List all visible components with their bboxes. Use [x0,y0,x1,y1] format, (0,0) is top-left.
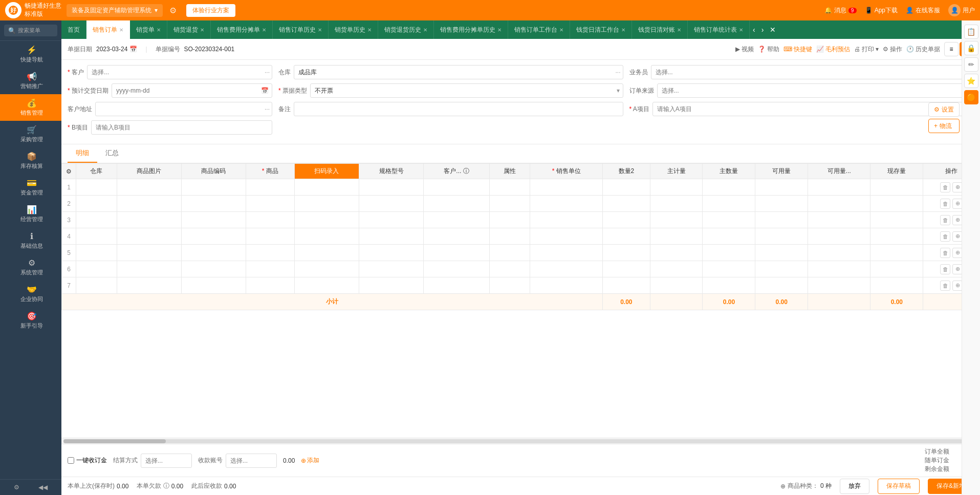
row-4-attribute[interactable] [489,228,530,245]
row-2-available2[interactable] [808,196,870,212]
customer-input-field[interactable] [88,69,263,76]
messages-btn[interactable]: 🔔 消息 9 [824,6,857,15]
tab-order-workbench[interactable]: 销售订单工作台 ✕ [508,20,570,39]
help-btn[interactable]: ❓ 帮助 [758,45,779,54]
tab-sales-order-close[interactable]: ✕ [119,27,123,33]
row-4-code[interactable] [181,228,246,245]
settings-icon[interactable]: ⚙ [167,4,179,16]
row-6-spec[interactable] [359,261,424,277]
tab-summary[interactable]: 汇总 [97,144,127,163]
settings-config-btn[interactable]: ⚙ 设置 [928,102,960,117]
row-4-customer-code[interactable] [424,228,490,245]
row-5-code[interactable] [181,245,246,261]
tab-order-workbench-close[interactable]: ✕ [559,27,563,33]
row-5-customer-code[interactable] [424,245,490,261]
row-6-attribute[interactable] [489,261,530,277]
row-1-sales-unit[interactable] [530,179,603,196]
row-5-attribute[interactable] [489,245,530,261]
row-4-stock[interactable] [870,228,923,245]
tab-return-history[interactable]: 销货退货历史 ✕ [378,20,434,39]
b-project-input-field[interactable] [92,124,272,131]
row-2-main-qty[interactable] [703,196,755,212]
col-scan[interactable]: 扫码录入 [294,164,359,179]
row-4-sales-unit[interactable] [530,228,603,245]
col-settings[interactable]: ⚙ [62,164,76,179]
order-source-input[interactable]: ▾ [657,83,974,98]
online-service-btn[interactable]: 👤 在线客服 [906,6,940,15]
row-7-stock[interactable] [870,277,923,294]
customer-address-input[interactable]: ··· [95,102,272,116]
remark-input[interactable] [294,102,623,116]
row-3-warehouse[interactable] [76,212,117,228]
remark-input-field[interactable] [294,105,623,113]
row-6-main-unit[interactable] [650,261,703,277]
print-btn[interactable]: 🖨 打印 ▾ [854,45,879,54]
row-5-qty2[interactable] [603,245,650,261]
row-7-available[interactable] [755,277,808,294]
tab-invoice-history-close[interactable]: ✕ [367,27,372,33]
tab-expense-close[interactable]: ✕ [262,27,266,33]
sidebar-item-quick-nav[interactable]: ⚡ 快捷导航 [0,41,61,68]
industry-button[interactable]: 体验行业方案 [186,4,235,17]
sidebar-item-marketing[interactable]: 📢 营销推广 [0,68,61,94]
row-3-attribute[interactable] [489,212,530,228]
row-5-available[interactable] [755,245,808,261]
row-7-main-qty[interactable] [703,277,755,294]
sidebar-item-inventory[interactable]: 📦 库存核算 [0,147,61,174]
row-4-warehouse[interactable] [76,228,117,245]
discard-btn[interactable]: 放弃 [840,479,869,494]
row-7-qty2[interactable] [603,277,650,294]
tab-next-btn[interactable]: › [758,26,767,34]
sidebar-item-basic-info[interactable]: ℹ 基础信息 [0,227,61,254]
view-btn[interactable]: ▶ 视频 [735,45,754,54]
row-2-product[interactable] [246,196,294,212]
a-project-input[interactable] [652,102,974,116]
row-6-delete-btn[interactable]: 🗑 [940,264,950,274]
tab-invoice-close[interactable]: ✕ [157,27,161,33]
row-3-product[interactable] [246,212,294,228]
add-material-btn[interactable]: + 物流 [928,119,960,133]
sidebar-search-area[interactable]: 🔍 搜索菜单 [0,20,61,41]
right-panel-btn-4[interactable]: ⭐ [964,74,978,88]
row-7-main-unit[interactable] [650,277,703,294]
row-7-code[interactable] [181,277,246,294]
row-2-warehouse[interactable] [76,196,117,212]
row-5-available2[interactable] [808,245,870,261]
tab-order-history-close[interactable]: ✕ [318,27,322,33]
account-input-wrap[interactable]: ··· [226,454,277,468]
row-4-main-qty[interactable] [703,228,755,245]
row-5-warehouse[interactable] [76,245,117,261]
one-click-checkout-check[interactable] [68,457,74,464]
row-1-product[interactable] [246,179,294,196]
order-source-input-field[interactable] [658,87,965,94]
row-4-available2[interactable] [808,228,870,245]
row-5-main-unit[interactable] [650,245,703,261]
row-4-product[interactable] [246,228,294,245]
row-5-sales-unit[interactable] [530,245,603,261]
row-2-customer-code[interactable] [424,196,490,212]
tab-sales-stats-close[interactable]: ✕ [739,27,743,33]
row-2-delete-btn[interactable]: 🗑 [940,199,950,209]
row-4-qty2[interactable] [603,228,650,245]
row-2-available[interactable] [755,196,808,212]
delivery-date-input-field[interactable] [112,87,258,94]
scrollbar-track[interactable] [63,439,978,443]
tab-invoice-history[interactable]: 销货单历史 ✕ [329,20,378,39]
row-5-product[interactable] [246,245,294,261]
row-5-main-qty[interactable] [703,245,755,261]
row-5-delete-btn[interactable]: 🗑 [940,248,950,258]
row-1-available[interactable] [755,179,808,196]
tab-sales-order[interactable]: 销售订单 ✕ [86,20,130,39]
sidebar-item-operations[interactable]: 📊 经营管理 [0,201,61,227]
sidebar-item-system[interactable]: ⚙ 系统管理 [0,254,61,281]
profit-btn[interactable]: 📈 毛利预估 [816,45,850,54]
staff-input[interactable]: ··· [651,65,974,79]
row-2-spec[interactable] [359,196,424,212]
warehouse-dots-icon[interactable]: ··· [613,69,622,76]
row-6-warehouse[interactable] [76,261,117,277]
row-6-sales-unit[interactable] [530,261,603,277]
row-3-code[interactable] [181,212,246,228]
row-5-spec[interactable] [359,245,424,261]
app-download-btn[interactable]: 📱 App下载 [865,6,898,15]
sidebar-item-sales[interactable]: 💰 销售管理 [0,94,61,121]
